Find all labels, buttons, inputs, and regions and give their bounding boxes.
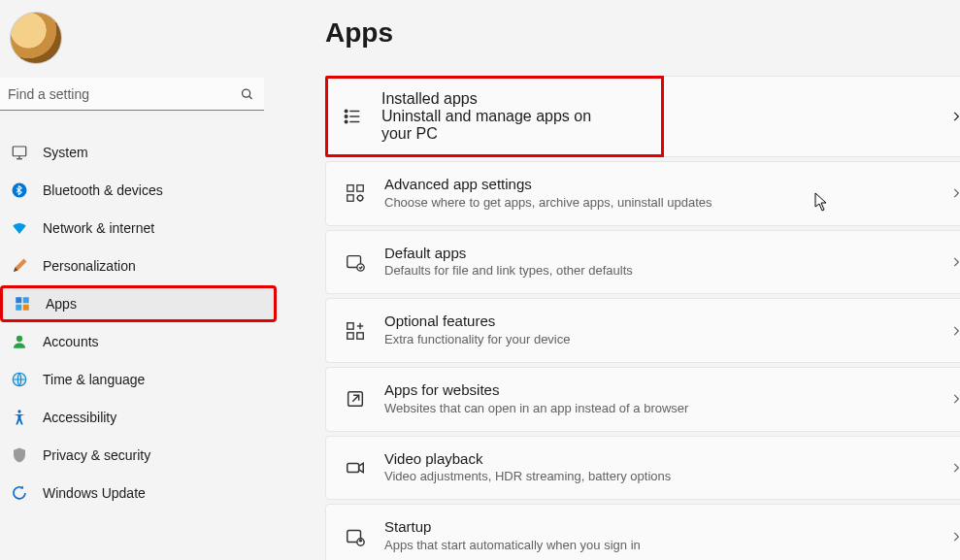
svg-rect-36 — [348, 463, 359, 472]
chevron-right-icon — [949, 324, 960, 338]
sidebar-item-label: Privacy & security — [43, 447, 269, 463]
sidebar-item-label: System — [43, 145, 269, 160]
card-advanced-app-settings[interactable]: Advanced app settings Choose where to ge… — [325, 161, 960, 226]
card-desc: Uninstall and manage apps on your PC — [381, 108, 622, 143]
chevron-right-icon — [949, 392, 960, 406]
sidebar-item-windows-update[interactable]: Windows Update — [0, 475, 277, 511]
sidebar-item-label: Accounts — [43, 334, 269, 349]
list-icon — [342, 106, 366, 127]
shield-icon — [10, 445, 29, 465]
svg-point-12 — [17, 410, 20, 412]
sidebar-item-label: Apps — [46, 296, 266, 312]
apps-icon — [13, 294, 32, 313]
sidebar-item-label: Time & language — [43, 372, 269, 387]
svg-rect-8 — [16, 305, 21, 311]
system-icon — [10, 143, 29, 162]
svg-point-15 — [345, 115, 348, 118]
card-apps-for-websites[interactable]: Apps for websites Websites that can open… — [325, 367, 960, 432]
sidebar-item-label: Personalization — [43, 258, 269, 274]
card-video-playback[interactable]: Video playback Video adjustments, HDR st… — [325, 436, 960, 501]
sidebar-item-accounts[interactable]: Accounts — [0, 323, 277, 360]
user-avatar[interactable] — [10, 12, 62, 64]
svg-point-22 — [357, 196, 363, 202]
bluetooth-icon — [10, 181, 29, 200]
svg-point-0 — [243, 89, 250, 97]
grid-plus-icon — [342, 317, 369, 345]
sidebar-item-network[interactable]: Network & internet — [0, 210, 277, 247]
accessibility-icon — [10, 408, 29, 427]
wifi-icon — [10, 218, 29, 238]
svg-point-10 — [17, 336, 22, 342]
chevron-right-icon — [949, 461, 960, 475]
card-title: Apps for websites — [384, 381, 949, 400]
sidebar-item-label: Bluetooth & devices — [43, 182, 269, 198]
default-apps-icon — [342, 248, 369, 276]
card-title: Advanced app settings — [384, 176, 949, 194]
svg-rect-31 — [357, 332, 363, 338]
card-title: Optional features — [384, 313, 949, 331]
svg-rect-30 — [348, 332, 353, 338]
svg-rect-2 — [13, 147, 26, 156]
startup-icon — [342, 523, 369, 550]
svg-point-13 — [345, 110, 348, 113]
svg-rect-7 — [23, 297, 29, 303]
sidebar-item-label: Network & internet — [43, 220, 269, 236]
svg-rect-29 — [348, 322, 353, 328]
svg-line-1 — [249, 96, 252, 99]
sidebar-item-label: Accessibility — [43, 410, 269, 425]
sidebar-item-accessibility[interactable]: Accessibility — [0, 399, 277, 436]
chevron-right-icon — [949, 530, 960, 544]
search-box[interactable] — [0, 78, 264, 111]
card-installed-apps[interactable]: Installed apps Uninstall and manage apps… — [325, 76, 960, 157]
search-input[interactable] — [0, 78, 264, 111]
sidebar-item-apps[interactable]: Apps — [0, 285, 277, 322]
svg-rect-21 — [348, 195, 353, 201]
chevron-right-icon — [949, 110, 960, 123]
card-desc: Video adjustments, HDR streaming, batter… — [384, 469, 949, 485]
svg-rect-19 — [348, 185, 353, 191]
chevron-right-icon — [949, 186, 960, 200]
paintbrush-icon — [10, 256, 29, 276]
search-icon — [240, 87, 254, 102]
person-icon — [10, 332, 29, 351]
card-desc: Extra functionality for your device — [384, 332, 949, 348]
svg-rect-6 — [16, 297, 21, 303]
card-desc: Choose where to get apps, archive apps, … — [384, 195, 949, 212]
update-icon — [10, 483, 29, 503]
grid-gear-icon — [342, 180, 369, 207]
svg-point-17 — [345, 120, 348, 123]
sidebar-item-bluetooth[interactable]: Bluetooth & devices — [0, 172, 277, 209]
globe-clock-icon — [10, 370, 29, 389]
card-desc: Defaults for file and link types, other … — [384, 263, 949, 280]
sidebar-item-label: Windows Update — [43, 485, 269, 501]
svg-rect-9 — [23, 305, 29, 311]
video-icon — [342, 454, 369, 481]
card-desc: Apps that start automatically when you s… — [384, 538, 949, 554]
sidebar-nav: System Bluetooth & devices Network & int… — [0, 134, 277, 511]
card-title: Default apps — [384, 245, 949, 263]
chevron-right-icon — [949, 255, 960, 269]
card-optional-features[interactable]: Optional features Extra functionality fo… — [325, 298, 960, 363]
card-title: Video playback — [384, 450, 949, 469]
card-desc: Websites that can open in an app instead… — [384, 401, 949, 417]
sidebar-item-privacy[interactable]: Privacy & security — [0, 437, 277, 474]
svg-rect-20 — [357, 185, 363, 191]
sidebar-item-time-language[interactable]: Time & language — [0, 361, 277, 398]
card-startup[interactable]: Startup Apps that start automatically wh… — [325, 504, 960, 560]
sidebar-item-system[interactable]: System — [0, 134, 277, 171]
card-title: Startup — [384, 518, 949, 537]
card-title: Installed apps — [381, 90, 622, 108]
page-title: Apps — [325, 17, 948, 49]
sidebar-item-personalization[interactable]: Personalization — [0, 247, 277, 284]
open-external-icon — [342, 385, 369, 412]
svg-line-35 — [352, 396, 358, 402]
card-default-apps[interactable]: Default apps Defaults for file and link … — [325, 230, 960, 295]
